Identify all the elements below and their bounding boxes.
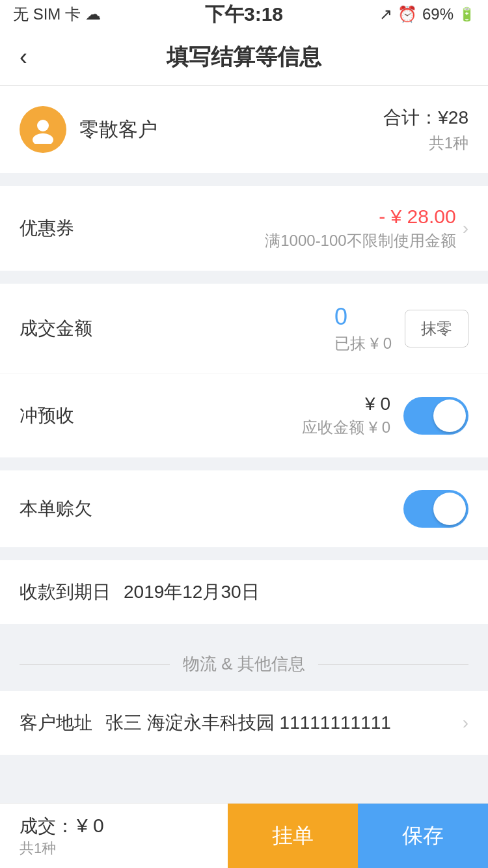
battery-icon: 🔋 (459, 7, 475, 22)
total-amount: 合计：¥28 (383, 105, 468, 130)
back-button[interactable]: ‹ (20, 44, 27, 71)
status-time: 下午3:18 (205, 1, 283, 28)
total-count: 共1种 (383, 133, 468, 154)
status-bar: 无 SIM 卡 ☁ 下午3:18 ↗ ⏰ 69% 🔋 (0, 0, 488, 29)
advance-label: 冲预收 (20, 403, 74, 428)
divider-text: 物流 & 其他信息 (170, 653, 318, 675)
address-section[interactable]: 客户地址 张三 海淀永丰科技园 11111111111 › (0, 691, 488, 755)
nav-bar: ‹ 填写结算等信息 (0, 29, 488, 86)
battery-label: 69% (422, 5, 454, 23)
address-value: 张三 海淀永丰科技园 11111111111 (105, 711, 391, 735)
coupon-detail: - ¥ 28.00 满1000-100不限制使用金额 (265, 206, 455, 251)
deal-right: 0 已抹 ¥ 0 抹零 (334, 303, 468, 354)
deal-amount-label: 成交金额 (20, 316, 92, 341)
due-date-value: 2019年12月30日 (124, 580, 260, 604)
hold-button[interactable]: 挂单 (228, 804, 358, 868)
coupon-value: - ¥ 28.00 (265, 206, 455, 228)
credit-toggle[interactable] (403, 490, 468, 528)
advance-row: 冲预收 ¥ 0 应收金额 ¥ 0 (0, 374, 488, 457)
deal-amount-block: 0 已抹 ¥ 0 (334, 303, 392, 354)
credit-label: 本单赊欠 (20, 496, 92, 521)
deal-amount-value: 0 (334, 303, 392, 331)
customer-section: 零散客户 合计：¥28 共1种 (0, 86, 488, 173)
sim-label: 无 SIM 卡 ☁ (13, 4, 101, 25)
save-button[interactable]: 保存 (358, 804, 488, 868)
round-button[interactable]: 抹零 (405, 310, 468, 347)
status-left: 无 SIM 卡 ☁ (13, 4, 101, 25)
coupon-right: - ¥ 28.00 满1000-100不限制使用金额 › (265, 206, 468, 251)
status-right: ↗ ⏰ 69% 🔋 (379, 5, 475, 23)
deal-amount-row: 成交金额 0 已抹 ¥ 0 抹零 (0, 284, 488, 374)
advance-toggle[interactable] (403, 397, 468, 435)
bottom-deal-amount: ¥ 0 (77, 815, 104, 837)
alarm-icon: ⏰ (398, 5, 417, 23)
page-title: 填写结算等信息 (167, 42, 321, 72)
coupon-desc: 满1000-100不限制使用金额 (265, 230, 455, 251)
customer-left: 零散客户 (20, 106, 157, 153)
deal-advance-section: 成交金额 0 已抹 ¥ 0 抹零 冲预收 ¥ 0 应收金额 ¥ 0 (0, 284, 488, 457)
advance-amount: ¥ 0 (302, 394, 390, 414)
advance-receivable: 应收金额 ¥ 0 (302, 417, 390, 438)
customer-name: 零散客户 (79, 116, 157, 143)
customer-right: 合计：¥28 共1种 (383, 105, 468, 154)
chevron-right-icon: › (463, 712, 468, 733)
chevron-right-icon: › (463, 218, 468, 239)
bottom-deal-row: 成交： ¥ 0 (20, 814, 208, 839)
svg-point-0 (37, 120, 49, 131)
advance-amount-block: ¥ 0 应收金额 ¥ 0 (302, 394, 390, 438)
avatar (20, 106, 66, 153)
advance-right: ¥ 0 应收金额 ¥ 0 (302, 394, 468, 438)
bottom-count: 共1种 (20, 839, 208, 858)
svg-point-1 (33, 133, 53, 144)
address-left: 客户地址 张三 海淀永丰科技园 11111111111 (20, 711, 391, 735)
address-label: 客户地址 (20, 711, 92, 735)
due-date-label: 收款到期日 (20, 580, 111, 604)
coupon-label: 优惠券 (20, 216, 74, 241)
coupon-section[interactable]: 优惠券 - ¥ 28.00 满1000-100不限制使用金额 › (0, 186, 488, 271)
bottom-deal-label: 成交： (20, 814, 74, 839)
due-date-section[interactable]: 收款到期日 2019年12月30日 (0, 560, 488, 624)
bottom-info: 成交： ¥ 0 共1种 (0, 804, 228, 868)
credit-section: 本单赊欠 (0, 470, 488, 547)
divider-section: 物流 & 其他信息 (0, 637, 488, 691)
location-icon: ↗ (379, 5, 392, 23)
bottom-bar: 成交： ¥ 0 共1种 挂单 保存 (0, 803, 488, 868)
content: 零散客户 合计：¥28 共1种 优惠券 - ¥ 28.00 满1000-100不… (0, 86, 488, 868)
user-icon (29, 115, 57, 144)
already-deducted: 已抹 ¥ 0 (334, 333, 392, 354)
